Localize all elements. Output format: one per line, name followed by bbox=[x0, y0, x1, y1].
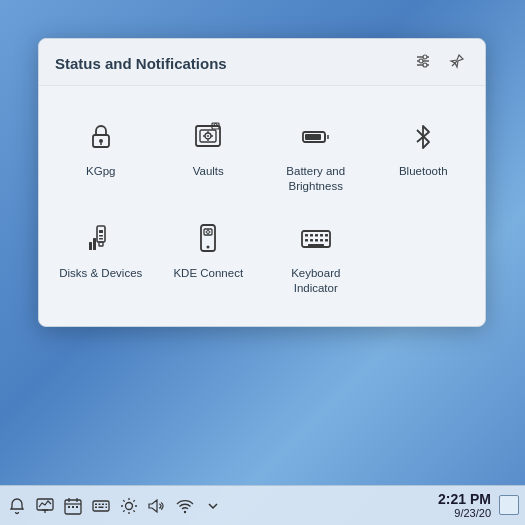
calendar-icon[interactable] bbox=[62, 495, 84, 517]
svg-rect-41 bbox=[320, 234, 323, 237]
grid-item-keyboard[interactable]: KeyboardIndicator bbox=[262, 204, 370, 306]
bluetooth-icon bbox=[403, 116, 443, 156]
network-icon[interactable] bbox=[174, 495, 196, 517]
volume-icon[interactable] bbox=[146, 495, 168, 517]
vault-icon bbox=[188, 116, 228, 156]
keyboard-tb-icon[interactable] bbox=[90, 495, 112, 517]
brightness-icon[interactable] bbox=[118, 495, 140, 517]
clock-time: 2:21 PM bbox=[438, 491, 491, 508]
svg-rect-46 bbox=[325, 234, 328, 237]
kgpg-label: KGpg bbox=[86, 164, 115, 179]
svg-rect-26 bbox=[89, 242, 92, 250]
svg-rect-39 bbox=[310, 234, 313, 237]
clock-area[interactable]: 2:21 PM 9/23/20 bbox=[438, 491, 491, 521]
grid-item-bluetooth[interactable]: Bluetooth bbox=[370, 102, 478, 204]
svg-rect-64 bbox=[95, 506, 97, 508]
grid-item-kgpg[interactable]: KGpg bbox=[47, 102, 155, 204]
taskbar: 2:21 PM 9/23/20 bbox=[0, 485, 525, 525]
svg-rect-20 bbox=[305, 134, 321, 140]
bluetooth-label: Bluetooth bbox=[399, 164, 448, 179]
svg-rect-59 bbox=[93, 501, 109, 511]
svg-point-5 bbox=[423, 63, 427, 67]
keyboard-label: KeyboardIndicator bbox=[291, 266, 340, 296]
svg-rect-22 bbox=[97, 226, 105, 242]
svg-rect-38 bbox=[305, 234, 308, 237]
panel-title: Status and Notifications bbox=[55, 55, 227, 72]
svg-rect-62 bbox=[102, 503, 104, 505]
svg-point-8 bbox=[99, 139, 103, 143]
clock-date: 9/23/20 bbox=[438, 507, 491, 520]
svg-line-72 bbox=[123, 500, 124, 501]
desktop: Status and Notifications bbox=[0, 0, 525, 525]
battery-icon bbox=[296, 116, 336, 156]
svg-rect-47 bbox=[325, 239, 328, 242]
svg-rect-28 bbox=[99, 242, 103, 246]
svg-rect-27 bbox=[93, 238, 96, 250]
svg-rect-65 bbox=[99, 506, 104, 508]
kde-connect-label: KDE Connect bbox=[173, 266, 243, 281]
panel-header: Status and Notifications bbox=[39, 39, 485, 86]
svg-rect-42 bbox=[305, 239, 308, 242]
mobile-icon bbox=[188, 218, 228, 258]
svg-point-13 bbox=[207, 135, 209, 137]
status-panel: Status and Notifications bbox=[38, 38, 486, 327]
disks-icon bbox=[81, 218, 121, 258]
svg-rect-56 bbox=[68, 506, 70, 508]
grid-item-vaults[interactable]: Vaults bbox=[155, 102, 263, 204]
svg-line-75 bbox=[123, 510, 124, 511]
disks-label: Disks & Devices bbox=[59, 266, 142, 281]
taskbar-left bbox=[6, 495, 224, 517]
svg-rect-61 bbox=[99, 503, 101, 505]
svg-line-73 bbox=[133, 510, 134, 511]
svg-point-3 bbox=[423, 55, 427, 59]
grid-item-kde-connect[interactable]: KDE Connect bbox=[155, 204, 263, 306]
notifications-icon[interactable] bbox=[6, 495, 28, 517]
chevron-icon[interactable] bbox=[202, 495, 224, 517]
svg-rect-40 bbox=[315, 234, 318, 237]
svg-point-67 bbox=[126, 502, 133, 509]
show-desktop-button[interactable] bbox=[499, 495, 519, 515]
taskbar-right: 2:21 PM 9/23/20 bbox=[438, 491, 519, 521]
keyboard-icon bbox=[296, 218, 336, 258]
svg-rect-60 bbox=[95, 503, 97, 505]
panel-controls bbox=[411, 51, 469, 75]
svg-rect-63 bbox=[106, 503, 108, 505]
svg-rect-44 bbox=[315, 239, 318, 242]
svg-point-36 bbox=[207, 245, 210, 248]
svg-line-74 bbox=[133, 500, 134, 501]
svg-rect-48 bbox=[308, 244, 324, 247]
svg-rect-45 bbox=[320, 239, 323, 242]
lock-icon bbox=[81, 116, 121, 156]
svg-rect-57 bbox=[72, 506, 74, 508]
svg-point-76 bbox=[184, 510, 186, 512]
items-grid: KGpg bbox=[39, 86, 485, 326]
svg-point-31 bbox=[207, 230, 210, 233]
svg-rect-23 bbox=[99, 230, 103, 233]
monitor-icon[interactable] bbox=[34, 495, 56, 517]
battery-label: Battery andBrightness bbox=[286, 164, 345, 194]
vaults-label: Vaults bbox=[193, 164, 224, 179]
svg-rect-66 bbox=[106, 506, 108, 508]
svg-rect-24 bbox=[99, 235, 103, 237]
panel-pin-button[interactable] bbox=[445, 51, 469, 75]
svg-rect-58 bbox=[76, 506, 78, 508]
svg-rect-43 bbox=[310, 239, 313, 242]
panel-settings-button[interactable] bbox=[411, 51, 435, 75]
grid-item-battery[interactable]: Battery andBrightness bbox=[262, 102, 370, 204]
grid-item-disks[interactable]: Disks & Devices bbox=[47, 204, 155, 306]
svg-point-4 bbox=[419, 59, 423, 63]
svg-rect-25 bbox=[99, 238, 103, 240]
